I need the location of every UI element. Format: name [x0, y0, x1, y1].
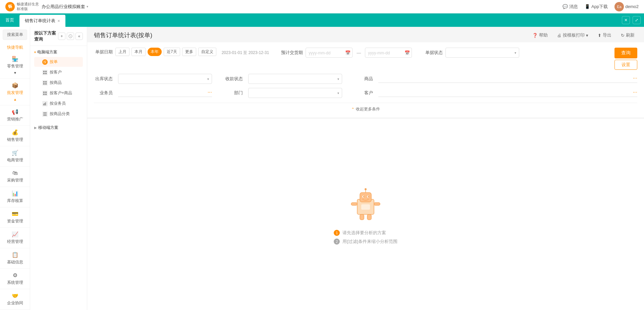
svg-rect-18	[43, 114, 47, 114]
doc-status-select[interactable]: ▾	[445, 48, 519, 58]
svg-rect-3	[45, 71, 47, 72]
scheme-group-mobile: ▶ 移动端方案	[30, 121, 87, 134]
main-content: 销售订单统计表(按单) ❓ 帮助 🖨 按模板打印 ▾ ⬆ 导出	[87, 27, 644, 310]
quick-nav-btn[interactable]: 快捷导航	[0, 43, 30, 52]
query-btn-group: 查询 设置	[614, 48, 637, 70]
scheme-item-by-customer[interactable]: 按客户	[34, 67, 83, 77]
schemes-panel-title: 按以下方案查询	[34, 30, 58, 42]
app-title-area[interactable]: 办公用品行业模拟账套 ▾	[42, 4, 88, 10]
sidebar-item-system[interactable]: ⚙ 系统管理	[0, 269, 30, 289]
tab-bar: 首页 销售订单统计表 ✕ ✕ ⤢	[0, 13, 644, 27]
main-layout: 搜索菜单 快捷导航 🏪 零售管理 ▾ 📦 批发管理 ▴ 📢 营销推广 💰 销售管…	[0, 27, 644, 310]
message-icon: 💬	[562, 4, 568, 9]
sidebar-search-area: 搜索菜单	[0, 27, 30, 43]
scheme-group-mobile-header[interactable]: ▶ 移动端方案	[34, 123, 83, 132]
sidebar-item-ecommerce[interactable]: 🛒 电商管理	[0, 146, 30, 167]
refresh-btn[interactable]: ↻ 刷新	[618, 31, 637, 40]
expected-date-from-input[interactable]	[306, 48, 353, 58]
svg-rect-12	[43, 94, 45, 95]
date-btn-7days[interactable]: 近7天	[164, 48, 180, 56]
goods-dots[interactable]: ···	[633, 75, 637, 81]
salesperson-dots[interactable]: ···	[208, 89, 212, 95]
scheme-item-by-goods[interactable]: 按商品	[34, 78, 83, 88]
filter-area: 单据日期 上月 本月 本年 近7天 更多 自定义 2023-01-01 至 20…	[87, 42, 644, 117]
svg-rect-2	[43, 71, 45, 72]
help-icon: ❓	[532, 33, 538, 38]
sidebar-item-purchase[interactable]: 🛍 采购管理	[0, 167, 30, 187]
empty-state: 1 请先选择要分析的方案 2 用[过滤]条件来缩小分析范围	[87, 119, 644, 310]
empty-tips: 1 请先选择要分析的方案 2 用[过滤]条件来缩小分析范围	[334, 230, 397, 245]
settings-btn[interactable]: 设置	[614, 60, 637, 70]
sidebar-item-inventory[interactable]: 📊 库存核算	[0, 187, 30, 207]
add-scheme-btn[interactable]: +	[58, 33, 65, 40]
tab-close-icon[interactable]: ✕	[57, 19, 60, 23]
payment-status-select[interactable]: ▾	[248, 74, 342, 84]
tab-home[interactable]: 首页	[0, 13, 19, 27]
template-print-btn[interactable]: 🖨 按模板打印 ▾	[554, 31, 591, 40]
top-bar: 畅 畅捷通好生意 标准版 办公用品行业模拟账套 ▾ 💬 消息 📱 App下载 E…	[0, 0, 644, 13]
operations-icon: 📈	[12, 231, 18, 238]
tab-maximize-btn[interactable]: ⤢	[633, 16, 641, 24]
user-area[interactable]: Ea demo2	[614, 2, 639, 11]
app-title: 办公用品行业模拟账套	[42, 4, 85, 10]
sidebar-item-sales[interactable]: 💰 销售管理	[0, 126, 30, 146]
svg-rect-11	[45, 92, 47, 93]
system-icon: ⚙	[13, 272, 17, 278]
sidebar-item-finance[interactable]: 💳 资金管理	[0, 207, 30, 228]
export-btn[interactable]: ⬆ 导出	[595, 31, 614, 40]
avatar: Ea	[614, 2, 624, 11]
scheme-group-pc-header[interactable]: ▾ 电脑端方案	[34, 48, 83, 56]
help-btn[interactable]: ❓ 帮助	[530, 31, 550, 40]
marketing-icon: 📢	[12, 109, 18, 115]
expected-date-label: 预计交货期	[281, 50, 303, 56]
sidebar-item-retail[interactable]: 🏪 零售管理 ▾	[0, 52, 30, 79]
svg-rect-13	[45, 94, 47, 95]
export-icon: ⬆	[598, 33, 601, 38]
salesperson-label: 业务员	[94, 90, 113, 96]
app-download-btn[interactable]: 📱 App下载	[585, 4, 608, 10]
tip-2-number: 2	[334, 239, 340, 245]
scheme-item-by-goods-cat[interactable]: 按商品分类	[34, 109, 83, 119]
collapse-filter-btn[interactable]: ⌃ 收起更多条件	[351, 106, 380, 112]
tab-bar-actions: ✕ ⤢	[622, 16, 641, 24]
date-btn-custom[interactable]: 自定义	[198, 48, 216, 56]
expected-date-to-input[interactable]	[365, 48, 412, 58]
svg-rect-30	[360, 214, 364, 220]
department-select[interactable]: ▾	[248, 88, 342, 98]
sidebar-item-wholesale[interactable]: 📦 批发管理 ▴	[0, 79, 30, 105]
sidebar-item-enterprise[interactable]: 🤝 企业协同	[0, 289, 30, 310]
query-btn[interactable]: 查询	[614, 48, 637, 58]
sales-icon: 💰	[12, 129, 18, 136]
date-label: 单据日期	[94, 49, 113, 55]
tab-close-window-btn[interactable]: ✕	[622, 16, 630, 24]
customer-dots[interactable]: ···	[633, 89, 637, 95]
svg-rect-15	[44, 103, 45, 105]
empty-tip-2: 2 用[过滤]条件来缩小分析范围	[334, 239, 397, 245]
sidebar-item-basic[interactable]: 📋 基础信息	[0, 248, 30, 269]
enterprise-icon: 🤝	[12, 293, 18, 299]
svg-line-1	[70, 36, 71, 37]
tab-sales-stat[interactable]: 销售订单统计表 ✕	[19, 15, 65, 27]
collapse-schemes-btn[interactable]: «	[75, 33, 83, 40]
svg-rect-6	[43, 81, 45, 83]
svg-rect-17	[43, 112, 47, 113]
sidebar-item-marketing[interactable]: 📢 营销推广	[0, 105, 30, 126]
scheme-item-by-order[interactable]: 按 按单	[34, 57, 83, 67]
date-btn-last-month[interactable]: 上月	[115, 48, 129, 56]
scheme-item-by-salesperson[interactable]: 按业务员	[34, 99, 83, 108]
date-btn-this-month[interactable]: 本月	[131, 48, 146, 56]
ship-status-select[interactable]: ▾	[118, 74, 212, 84]
date-btn-this-year[interactable]: 本年	[148, 48, 162, 56]
customer-label: 客户	[354, 90, 373, 96]
scheme-item-by-cust-goods[interactable]: 按客户+商品	[34, 88, 83, 98]
sidebar-item-operations[interactable]: 📈 经营管理	[0, 228, 30, 248]
edit-scheme-btn[interactable]	[67, 33, 74, 40]
date-btn-more[interactable]: 更多	[182, 48, 196, 56]
message-btn[interactable]: 💬 消息	[562, 4, 578, 10]
svg-rect-8	[43, 83, 45, 85]
search-menu-btn[interactable]: 搜索菜单	[3, 30, 27, 40]
purchase-icon: 🛍	[12, 170, 18, 176]
tab-sales-stat-label: 销售订单统计表	[25, 18, 55, 24]
department-label: 部门	[224, 90, 243, 96]
payment-status-arrow-icon: ▾	[337, 77, 339, 81]
